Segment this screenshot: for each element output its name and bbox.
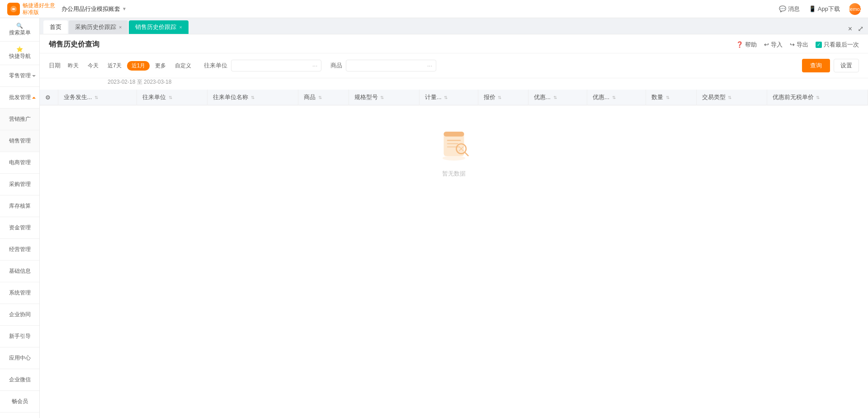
tab-sales-label: 销售历史价跟踪	[135, 23, 176, 31]
table-col-qty[interactable]: 数量 ⇅	[646, 90, 696, 105]
tab-maximize-icon[interactable]: ⤢	[857, 24, 864, 34]
gear-icon: ⚙	[45, 94, 51, 101]
sidebar-label-inventory: 库存核算	[9, 202, 31, 210]
tab-purchase-label: 采购历史价跟踪	[75, 23, 116, 31]
table-col-unit[interactable]: 计量... ⇅	[419, 90, 478, 105]
import-btn[interactable]: ↩ 导入	[764, 41, 783, 49]
goods-filter-group: 商品 ···	[330, 60, 436, 71]
sort-icon-discount2: ⇅	[612, 95, 616, 100]
page-header: 销售历史价查询 ❓ 帮助 ↩ 导入 ↪ 导出 ✓	[40, 34, 868, 53]
app-download-btn[interactable]: 📱 App下载	[809, 5, 840, 13]
empty-text: 暂无数据	[442, 170, 466, 178]
logo-icon	[7, 3, 20, 15]
help-btn[interactable]: ❓ 帮助	[736, 41, 757, 49]
svg-rect-3	[444, 132, 464, 137]
search-button[interactable]: 查询	[802, 59, 830, 72]
sidebar-item-apps[interactable]: 应用中心	[0, 347, 39, 369]
only-last-checkbox[interactable]: ✓ 只看最后一次	[816, 41, 859, 49]
sidebar-item-member[interactable]: 畅会员	[0, 391, 39, 413]
export-icon: ↪	[790, 41, 795, 48]
svg-rect-4	[447, 140, 461, 141]
table-area: ⚙ 业务发生... ⇅ 往来单位 ⇅ 往来单位名称	[40, 90, 868, 418]
tab-sales-history[interactable]: 销售历史价跟踪 ×	[129, 20, 188, 34]
tab-bar: 首页 采购历史价跟踪 × 销售历史价跟踪 × × ⤢	[40, 18, 868, 34]
table-col-trade-type[interactable]: 交易类型 ⇅	[696, 90, 767, 105]
sidebar-item-wechat[interactable]: 企业微信	[0, 369, 39, 391]
goods-filter-input[interactable]: ···	[346, 60, 436, 71]
table-col-spec[interactable]: 规格型号 ⇅	[349, 90, 419, 105]
date-filter-label: 日期	[49, 62, 61, 70]
sort-icon-unit: ⇅	[444, 95, 448, 100]
message-btn[interactable]: 💬 消息	[779, 5, 800, 13]
sidebar-label-wechat: 企业微信	[9, 376, 31, 384]
table-col-partner-code[interactable]: 往来单位 ⇅	[137, 90, 208, 105]
date-btn-custom[interactable]: 自定义	[171, 61, 195, 71]
import-icon: ↩	[764, 41, 769, 48]
tab-close-all-icon[interactable]: ×	[847, 24, 853, 34]
page-header-actions: ❓ 帮助 ↩ 导入 ↪ 导出 ✓ 只看最后一次	[736, 41, 859, 49]
sidebar-label-shortcut: 快捷导航	[9, 52, 31, 60]
workspace-name: 办公用品行业模拟账套	[61, 5, 120, 13]
date-btn-7days[interactable]: 近7天	[104, 61, 125, 71]
search-icon: 🔍	[16, 23, 23, 29]
tab-purchase-history[interactable]: 采购历史价跟踪 ×	[69, 20, 128, 34]
partner-input-dots[interactable]: ···	[312, 62, 318, 69]
partner-filter-input[interactable]: ···	[231, 60, 321, 71]
partner-filter-label: 往来单位	[204, 62, 227, 70]
sidebar-item-retail[interactable]: 零售管理	[0, 65, 39, 87]
sidebar-item-operation[interactable]: 经营管理	[0, 239, 39, 261]
sidebar-item-basic[interactable]: 基础信息	[0, 261, 39, 282]
logo-area: 畅捷通好生意 标准版	[7, 2, 55, 15]
table-col-quote[interactable]: 报价 ⇅	[478, 90, 528, 105]
date-btn-1month[interactable]: 近1月	[127, 61, 150, 71]
sidebar-item-marketing[interactable]: 营销推广	[0, 109, 39, 130]
header-right: 💬 消息 📱 App下载 demo2	[779, 3, 861, 15]
table-col-goods[interactable]: 商品 ⇅	[298, 90, 349, 105]
goods-input-dots[interactable]: ···	[427, 62, 433, 69]
sidebar-item-inventory[interactable]: 库存核算	[0, 195, 39, 217]
date-btn-today[interactable]: 今天	[84, 61, 102, 71]
workspace-selector[interactable]: 办公用品行业模拟账套 ▼	[59, 4, 129, 14]
sidebar-item-finance[interactable]: 资金管理	[0, 217, 39, 239]
help-icon: ❓	[736, 41, 743, 48]
tab-sales-close-icon[interactable]: ×	[179, 24, 182, 30]
sidebar-item-wholesale[interactable]: 批发管理	[0, 87, 39, 109]
settings-button[interactable]: 设置	[834, 59, 859, 72]
date-btn-more[interactable]: 更多	[151, 61, 170, 71]
app-icon: 📱	[809, 5, 816, 12]
sort-icon-trade-type: ⇅	[728, 95, 731, 100]
svg-line-8	[465, 152, 468, 156]
sidebar-item-sales-mgmt[interactable]: 销售管理	[0, 130, 39, 152]
table-col-pretax-price[interactable]: 优惠前无税单价 ⇅	[767, 90, 868, 105]
table-header-row: ⚙ 业务发生... ⇅ 往来单位 ⇅ 往来单位名称	[40, 90, 868, 105]
sidebar: 🔍 搜索菜单 ⭐ 快捷导航 零售管理 批发管理 营销推广 销售管理 电商管理 采…	[0, 18, 40, 418]
sidebar-item-system[interactable]: 系统管理	[0, 282, 39, 304]
tab-bar-actions: × ⤢	[847, 24, 864, 34]
table-col-discount2[interactable]: 优惠... ⇅	[587, 90, 646, 105]
sort-icon-goods: ⇅	[318, 95, 322, 100]
table-col-settings[interactable]: ⚙	[40, 90, 58, 105]
table-col-biz-date[interactable]: 业务发生... ⇅	[58, 90, 137, 105]
sidebar-item-corp[interactable]: 企业协同	[0, 304, 39, 326]
goods-filter-label: 商品	[330, 62, 342, 70]
partner-filter-group: 往来单位 ···	[204, 60, 321, 71]
sidebar-item-purchase[interactable]: 采购管理	[0, 174, 39, 195]
svg-point-1	[443, 156, 465, 161]
svg-rect-5	[447, 143, 458, 144]
tab-purchase-close-icon[interactable]: ×	[119, 24, 122, 30]
sidebar-item-search[interactable]: 🔍 搜索菜单	[0, 18, 39, 42]
table-col-discount1[interactable]: 优惠... ⇅	[528, 90, 587, 105]
date-filter-group: 日期 昨天 今天 近7天 近1月 更多 自定义	[49, 61, 195, 71]
sidebar-item-shortcut[interactable]: ⭐ 快捷导航	[0, 42, 39, 65]
sidebar-item-newbie[interactable]: 新手引导	[0, 326, 39, 347]
user-avatar-btn[interactable]: demo2	[849, 3, 861, 15]
date-range-display: 2023-02-18 至 2023-03-18	[108, 78, 171, 86]
filter-bar: 日期 昨天 今天 近7天 近1月 更多 自定义 往来单位 ···	[40, 53, 868, 78]
table-col-partner-name[interactable]: 往来单位名称 ⇅	[208, 90, 298, 105]
export-btn[interactable]: ↪ 导出	[790, 41, 808, 49]
shortcut-icon: ⭐	[16, 46, 23, 52]
tab-home[interactable]: 首页	[43, 20, 68, 34]
sidebar-label-wholesale: 批发管理	[9, 94, 31, 101]
sidebar-item-ecommerce[interactable]: 电商管理	[0, 152, 39, 174]
date-btn-yesterday[interactable]: 昨天	[64, 61, 82, 71]
